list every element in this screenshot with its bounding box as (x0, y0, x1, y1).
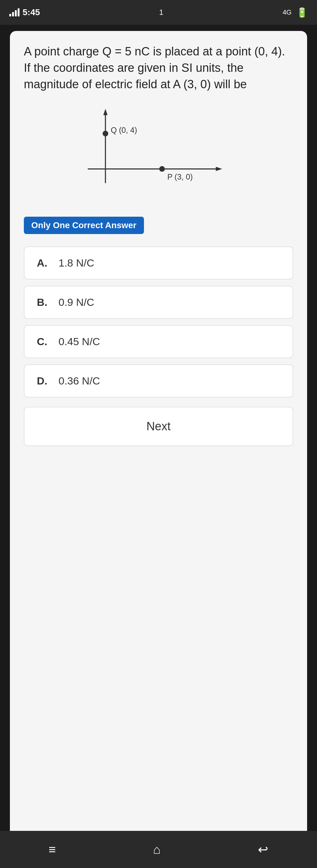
option-a-letter: A. (37, 257, 49, 269)
options-container: A. 1.8 N/C B. 0.9 N/C C. 0.45 N/C D. 0.3… (24, 246, 293, 398)
signal-text: 4G (283, 8, 292, 17)
svg-marker-3 (216, 166, 222, 171)
content-card: A point charge Q = 5 nC is placed at a p… (10, 31, 307, 868)
svg-text:Q (0, 4): Q (0, 4) (111, 126, 137, 134)
option-d-text: 0.36 N/C (59, 375, 100, 387)
phone-frame: 5:45 1 4G 🔋 A point charge Q = 5 nC is p… (0, 0, 317, 868)
svg-point-8 (159, 166, 165, 172)
svg-text:P (3, 0): P (3, 0) (167, 173, 193, 181)
option-c-letter: C. (37, 336, 49, 348)
diagram-container: Q (0, 4) P (3, 0) (24, 105, 293, 204)
status-center: 1 (159, 8, 163, 17)
question-text: A point charge Q = 5 nC is placed at a p… (24, 43, 293, 93)
nav-bar: ≡ ⌂ ↩ (0, 831, 317, 868)
option-d[interactable]: D. 0.36 N/C (24, 364, 293, 398)
home-icon[interactable]: ⌂ (147, 836, 167, 863)
signal-bar-3 (15, 10, 17, 17)
svg-marker-1 (103, 108, 108, 115)
coordinate-diagram: Q (0, 4) P (3, 0) (24, 105, 293, 204)
status-center-text: 1 (159, 8, 163, 17)
signal-bar-2 (12, 12, 14, 17)
status-left: 5:45 (9, 7, 40, 17)
option-b[interactable]: B. 0.9 N/C (24, 286, 293, 319)
signal-bar-1 (9, 14, 11, 17)
option-a[interactable]: A. 1.8 N/C (24, 246, 293, 280)
next-button[interactable]: Next (24, 407, 293, 446)
status-right: 4G 🔋 (283, 7, 308, 18)
answer-type-badge[interactable]: Only One Correct Answer (24, 217, 144, 234)
option-b-letter: B. (37, 296, 49, 308)
svg-point-6 (102, 131, 108, 136)
option-c-text: 0.45 N/C (59, 336, 100, 348)
option-d-letter: D. (37, 375, 49, 387)
signal-bar-4 (18, 8, 20, 17)
status-time: 5:45 (23, 7, 40, 17)
option-b-text: 0.9 N/C (59, 296, 94, 308)
signal-bars (9, 8, 20, 17)
menu-icon[interactable]: ≡ (42, 836, 62, 863)
back-icon[interactable]: ↩ (252, 836, 275, 863)
status-bar: 5:45 1 4G 🔋 (0, 0, 317, 25)
option-a-text: 1.8 N/C (59, 257, 94, 269)
battery-icon: 🔋 (296, 7, 308, 18)
option-c[interactable]: C. 0.45 N/C (24, 325, 293, 358)
